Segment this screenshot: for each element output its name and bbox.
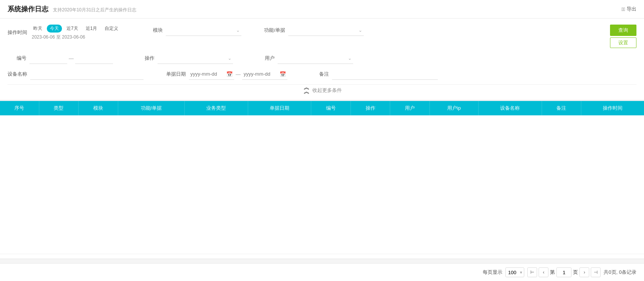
empty-row [0,115,644,254]
col-remark: 备注 [542,101,581,115]
number-label: 编号 [8,55,26,62]
data-table: 序号 类型 模块 功能/单据 业务类型 单据日期 编号 操作 用户 用户ip 设… [0,101,644,254]
page-size-select[interactable]: 50 100 200 [505,267,524,277]
time-label: 操作时间 [8,29,27,36]
col-type: 类型 [39,101,78,115]
export-button[interactable]: ↗⃞ 导出 [622,6,637,12]
operation-select[interactable] [158,53,233,64]
operation-label: 操作 [136,55,154,62]
table-header-row: 序号 类型 模块 功能/单据 业务类型 单据日期 编号 操作 用户 用户ip 设… [0,101,644,115]
filter-row-1: 操作时间 昨天 今天 近7天 近1月 自定义 2023-06-06 至 2023… [8,25,636,48]
col-module: 模块 [79,101,118,115]
first-page-button[interactable]: ⊢ [527,267,537,277]
user-select-wrapper: ⌄ [278,53,353,64]
device-input[interactable] [30,68,144,80]
page-label: 第 [550,269,555,276]
last-page-button[interactable]: ⊣ [591,267,601,277]
page-unit: 页 [573,269,578,276]
device-label: 设备名称 [8,71,27,78]
doc-date-sep: — [236,71,241,77]
col-biz-type: 业务类型 [185,101,248,115]
doc-date-from-wrapper: 📅 [189,68,234,80]
function-select-wrapper: ⌄ [288,25,364,36]
collapse-bar: ❰❰ 收起更多条件 [8,84,636,96]
filter-item-module: 模块 ⌄ [144,25,241,36]
page-current-input[interactable] [556,267,571,277]
number-range-sep: — [69,56,74,61]
filter-area: 操作时间 昨天 今天 近7天 近1月 自定义 2023-06-06 至 2023… [0,19,644,100]
next-page-button[interactable]: › [579,267,589,277]
tab-1month[interactable]: 近1月 [83,25,100,33]
collapse-button[interactable]: ❰❰ 收起更多条件 [303,87,342,94]
filter-item-function: 功能/单据 ⌄ [264,25,364,36]
page-subtitle: 支持2020年10月31日之后产生的操作日志 [53,7,136,13]
number-to-input[interactable] [75,53,113,64]
settings-button[interactable]: 设置 [610,37,636,48]
col-operation: 操作 [351,101,390,115]
page-size-label: 每页显示 [483,269,502,276]
tab-yesterday[interactable]: 昨天 [30,25,45,33]
remark-label: 备注 [310,71,329,78]
date-filter-group: 昨天 今天 近7天 近1月 自定义 2023-06-06 至 2023-06-0… [30,25,121,40]
filter-item-user: 用户 ⌄ [256,53,353,64]
tab-7days[interactable]: 近7天 [63,25,81,33]
filter-item-time: 操作时间 昨天 今天 近7天 近1月 自定义 2023-06-06 至 2023… [8,25,121,40]
user-select[interactable] [278,53,353,64]
table-container: 序号 类型 模块 功能/单据 业务类型 单据日期 编号 操作 用户 用户ip 设… [0,101,644,259]
page-title: 系统操作日志 [8,5,48,14]
col-op-time: 操作时间 [581,101,644,115]
filter-row-3: 设备名称 单据日期 📅 — 📅 [8,68,636,80]
number-range: — [29,53,113,64]
col-number: 编号 [311,101,351,115]
pagination-bar: 每页显示 50 100 200 ▼ ⊢ ‹ 第 页 › ⊣ 共0页, 0条记录 [0,263,644,281]
page-size-wrapper: 50 100 200 ▼ [505,267,524,277]
number-from-input[interactable] [29,53,67,64]
date-tabs: 昨天 今天 近7天 近1月 自定义 [30,25,121,33]
export-icon: ↗⃞ [622,6,625,12]
filter-item-remark: 备注 [310,68,438,80]
collapse-up-icon: ❰❰ [304,86,309,95]
empty-area [3,118,641,251]
action-buttons: 查询 设置 [610,25,636,48]
filter-item-device: 设备名称 [8,68,144,80]
module-label: 模块 [144,27,163,34]
col-function: 功能/单据 [118,101,184,115]
page-total-text: 共0页, 0条记录 [604,269,636,276]
remark-input[interactable] [332,68,438,80]
page-header: 系统操作日志 支持2020年10月31日之后产生的操作日志 ↗⃞ 导出 [0,0,644,19]
filter-row-2: 编号 — 操作 ⌄ 用户 [8,53,636,64]
col-device: 设备名称 [478,101,542,115]
filter-item-docdate: 单据日期 📅 — 📅 [166,68,287,80]
function-select[interactable] [288,25,364,36]
module-select-wrapper: ⌄ [166,25,241,36]
tab-custom[interactable]: 自定义 [102,25,121,33]
time-range-text: 2023-06-06 至 2023-06-06 [32,34,121,40]
page-nav: ⊢ ‹ 第 页 › ⊣ [527,267,601,277]
doc-date-to-wrapper: 📅 [242,68,287,80]
doc-date-to-input[interactable] [242,68,287,80]
function-label: 功能/单据 [264,27,285,34]
col-user: 用户 [390,101,429,115]
query-button[interactable]: 查询 [610,25,636,36]
col-user-ip: 用户ip [429,101,478,115]
tab-today[interactable]: 今天 [47,25,62,33]
filter-item-operation: 操作 ⌄ [136,53,233,64]
prev-page-button[interactable]: ‹ [539,267,548,277]
user-label: 用户 [256,55,275,62]
doc-date-from-input[interactable] [189,68,234,80]
page-input-wrapper: 第 页 [550,267,578,277]
date-range-doc: 📅 — 📅 [189,68,287,80]
col-seq: 序号 [0,101,39,115]
operation-select-wrapper: ⌄ [158,53,233,64]
col-doc-date: 单据日期 [248,101,311,115]
docdate-label: 单据日期 [166,71,186,78]
module-select[interactable] [166,25,241,36]
scrollbar-area[interactable] [0,259,644,263]
filter-item-number: 编号 — [8,53,113,64]
